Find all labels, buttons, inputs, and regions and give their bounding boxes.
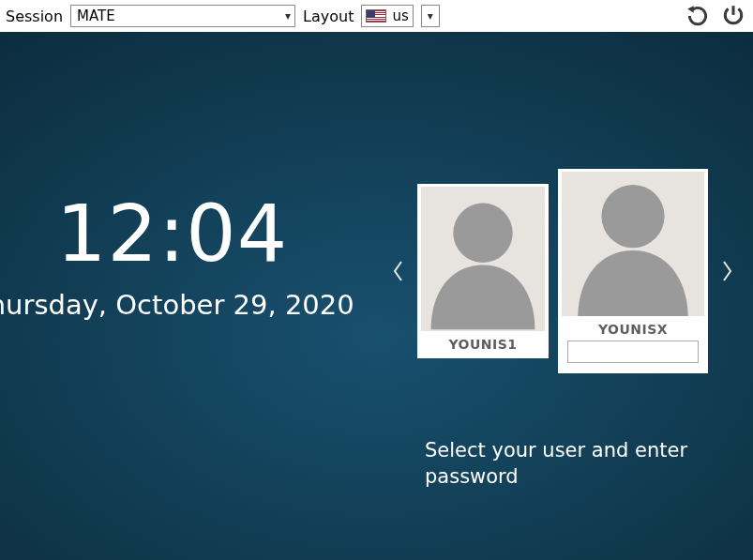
clock-date: Thursday, October 29, 2020 (0, 289, 354, 321)
top-bar: Session MATE ▾ Layout us ▾ (0, 0, 753, 32)
user-card-younisx[interactable]: YOUNISX (558, 169, 708, 373)
next-user-button[interactable] (717, 252, 736, 290)
layout-dropdown[interactable]: us (361, 5, 413, 27)
session-dropdown[interactable]: MATE ▾ (70, 5, 295, 27)
svg-point-1 (453, 204, 512, 263)
clock-panel: 12:04 Thursday, October 29, 2020 (0, 188, 354, 321)
restart-button[interactable] (684, 2, 712, 30)
power-button[interactable] (719, 2, 747, 30)
prev-user-button[interactable] (389, 252, 408, 290)
session-value: MATE (77, 8, 115, 24)
layout-value: us (392, 8, 408, 24)
password-input[interactable] (567, 341, 699, 363)
layout-dropdown-arrow[interactable]: ▾ (421, 5, 440, 27)
prompt-message: Select your user and enter password (425, 437, 725, 491)
restart-icon (685, 4, 710, 28)
chevron-down-icon: ▾ (285, 9, 291, 23)
user-card-younis1[interactable]: YOUNIS1 (417, 184, 549, 358)
user-name-label: YOUNISX (598, 316, 668, 341)
avatar (421, 187, 545, 331)
svg-point-2 (601, 185, 664, 248)
session-label: Session (6, 8, 63, 25)
power-icon (721, 4, 745, 28)
user-selector: YOUNIS1 YOUNISX (389, 169, 736, 373)
person-icon (562, 172, 704, 316)
layout-label: Layout (303, 8, 354, 25)
chevron-left-icon (392, 260, 405, 282)
person-icon (421, 187, 545, 331)
chevron-right-icon (720, 260, 733, 282)
user-name-label: YOUNIS1 (448, 331, 517, 356)
clock-time: 12:04 (0, 188, 354, 280)
avatar (562, 172, 704, 316)
chevron-down-icon: ▾ (428, 9, 433, 23)
us-flag-icon (366, 9, 386, 23)
